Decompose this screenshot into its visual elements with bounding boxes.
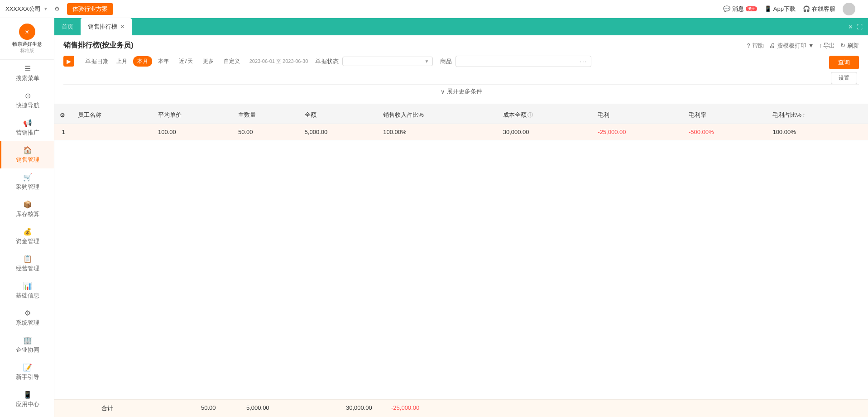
date-buttons: 上月 本月 本年 近7天 更多 自定义 <box>112 56 244 67</box>
sidebar-label-quicknav: 快捷导航 <box>16 101 39 110</box>
message-badge: 99+ <box>746 6 757 11</box>
tab-bar-right: ✕ ⛶ <box>848 24 868 30</box>
window-expand-icon[interactable]: ⛶ <box>857 24 863 30</box>
logo-sub: 标准版 <box>20 48 34 54</box>
sidebar-item-search[interactable]: ☰ 搜索菜单 <box>0 60 54 87</box>
status-label: 单据状态 <box>315 58 339 66</box>
help-icon: ? <box>747 42 750 49</box>
sidebar-item-appcenter[interactable]: 📱 应用中心 <box>0 386 54 413</box>
sidebar-item-purchase[interactable]: 🛒 采购管理 <box>0 168 54 196</box>
footer-gross: -25,000.00 <box>386 404 431 412</box>
th-gross-ratio-label: 毛利占比%↕ <box>772 111 805 119</box>
goods-dots-icon[interactable]: ··· <box>580 58 588 65</box>
cell-amount: 5,000.00 <box>299 124 378 140</box>
sidebar-item-quicknav[interactable]: ⊙ 快捷导航 <box>0 87 54 114</box>
chevron-down-icon: ▼ <box>43 6 48 11</box>
filter-container: 销售排行榜(按业务员) ? 帮助 🖨 按模板打印 ▼ ↑ <box>54 35 868 104</box>
refresh-btn[interactable]: ↻ 刷新 <box>840 42 859 50</box>
goods-filter: 商品 ··· <box>440 56 591 67</box>
footer-amount: 5,000.00 <box>241 404 286 412</box>
th-name: 员工名称 <box>72 106 153 124</box>
tab-close-icon[interactable]: ✕ <box>120 24 125 30</box>
expand-label: 展开更多条件 <box>447 87 482 96</box>
export-btn[interactable]: ↑ 导出 <box>820 42 835 50</box>
sidebar-item-beginner[interactable]: 📝 新手引导 <box>0 359 54 386</box>
sidebar-item-enterprise[interactable]: 🏢 企业协同 <box>0 331 54 359</box>
footer-qty: 50.00 <box>196 404 241 412</box>
cell-cost: 30,000.00 <box>498 124 593 140</box>
th-gross: 毛利 <box>592 106 683 124</box>
th-avg-price: 平均单价 <box>153 106 233 124</box>
status-filter: 单据状态 ▼ <box>315 57 433 66</box>
cost-help-icon[interactable]: ⓘ <box>528 111 533 119</box>
message-btn[interactable]: 💬 消息 99+ <box>723 5 757 13</box>
sidebar-label-purchase: 采购管理 <box>16 183 39 191</box>
table-header: ⚙ 员工名称 平均单价 主数量 全额 销售收入占比% 成本全额ⓘ 毛利 <box>54 106 868 124</box>
column-settings-button[interactable]: 设置 <box>831 72 857 84</box>
table-row: 1 100.00 50.00 5,000.00 100.00% 30,000.0… <box>54 124 868 140</box>
sun-icon: ☀ <box>24 29 30 35</box>
sidebar-label-appcenter: 应用中心 <box>16 400 39 408</box>
beginner-icon: 📝 <box>23 363 32 372</box>
table-wrap: ⚙ 员工名称 平均单价 主数量 全额 销售收入占比% 成本全额ⓘ 毛利 <box>54 106 868 399</box>
this-year-btn[interactable]: 本年 <box>154 56 173 67</box>
main-layout: ☀ 畅康通好生意 标准版 ☰ 搜索菜单 ⊙ 快捷导航 📢 营销推广 🏠 销售管理… <box>0 18 868 417</box>
online-service-btn[interactable]: 🎧 在线客服 <box>803 5 835 13</box>
finance-icon: 💰 <box>23 227 32 236</box>
message-label: 消息 <box>732 5 744 13</box>
cell-name <box>72 124 153 140</box>
gross-ratio-help-icon[interactable]: ↕ <box>802 112 805 118</box>
goods-select[interactable]: ··· <box>456 56 591 67</box>
logo-icon: ☀ <box>19 24 35 40</box>
company-name: XXXXXX公司 <box>5 5 41 13</box>
query-button[interactable]: 查询 <box>829 56 859 69</box>
sidebar-item-inventory[interactable]: 📦 库存核算 <box>0 196 54 223</box>
sidebar-item-marketing[interactable]: 📢 营销推广 <box>0 114 54 141</box>
th-gross-ratio: 毛利占比%↕ <box>767 106 868 124</box>
export-icon: ↑ <box>820 42 823 49</box>
page-title-row: 销售排行榜(按业务员) ? 帮助 🖨 按模板打印 ▼ ↑ <box>63 41 859 50</box>
collapse-arrow-btn[interactable]: ▶ <box>63 56 74 67</box>
more-date-btn[interactable]: 更多 <box>199 56 218 67</box>
help-btn[interactable]: ? 帮助 <box>747 42 763 50</box>
sidebar-item-finance[interactable]: 💰 资金管理 <box>0 223 54 250</box>
footer-label <box>60 404 96 412</box>
filter-row-1: 单据日期 上月 本月 本年 近7天 更多 自定义 2023-06-01 至 20… <box>85 56 824 67</box>
last7days-btn[interactable]: 近7天 <box>175 56 197 67</box>
company-selector[interactable]: XXXXXX公司 ▼ <box>5 5 48 13</box>
purchase-icon: 🛒 <box>23 173 32 182</box>
avatar[interactable] <box>843 3 855 15</box>
tab-sales-rank[interactable]: 销售排行榜 ✕ <box>81 18 132 35</box>
template-print-btn[interactable]: 🖨 按模板打印 ▼ <box>769 42 814 50</box>
settings-icon[interactable]: ⚙ <box>52 4 62 14</box>
trial-button[interactable]: 体验行业方案 <box>67 3 113 15</box>
th-settings[interactable]: ⚙ <box>54 106 72 124</box>
appcenter-icon: 📱 <box>23 390 32 399</box>
expand-bar[interactable]: ∨ 展开更多条件 <box>63 84 859 98</box>
sidebar-label-operations: 经营管理 <box>16 264 39 273</box>
table-footer: 合计 50.00 5,000.00 30,000.00 -25,000.00 <box>54 399 868 417</box>
sidebar-item-wechat[interactable]: 💬 企业微信 <box>0 413 54 417</box>
export-label: 导出 <box>823 42 835 50</box>
app-download-btn[interactable]: 📱 App下载 <box>764 5 796 13</box>
message-icon: 💬 <box>723 5 730 12</box>
top-right: 💬 消息 99+ 📱 App下载 🎧 在线客服 <box>723 3 863 15</box>
window-close-icon[interactable]: ✕ <box>848 24 853 30</box>
status-select[interactable]: ▼ <box>342 57 433 66</box>
this-month-btn[interactable]: 本月 <box>133 56 152 67</box>
sidebar-item-operations[interactable]: 📋 经营管理 <box>0 250 54 277</box>
sidebar-label-inventory: 库存核算 <box>16 210 39 218</box>
sidebar-logo: ☀ 畅康通好生意 标准版 <box>0 18 54 60</box>
content-area: 首页 销售排行榜 ✕ ✕ ⛶ 销售排行榜(按业务员) ? <box>54 18 868 417</box>
app-download-icon: 📱 <box>764 5 772 12</box>
footer-avg-price <box>150 404 196 412</box>
th-sales-ratio: 销售收入占比% <box>378 106 497 124</box>
footer-cost: 30,000.00 <box>340 404 386 412</box>
sidebar-item-sales[interactable]: 🏠 销售管理 <box>0 141 54 168</box>
custom-date-btn[interactable]: 自定义 <box>220 56 244 67</box>
prev-month-btn[interactable]: 上月 <box>112 56 131 67</box>
cell-gross-rate: -500.00% <box>683 124 767 140</box>
sidebar-item-system[interactable]: ⚙ 系统管理 <box>0 304 54 331</box>
tab-home[interactable]: 首页 <box>54 18 81 35</box>
sidebar-item-basicinfo[interactable]: 📊 基础信息 <box>0 277 54 304</box>
